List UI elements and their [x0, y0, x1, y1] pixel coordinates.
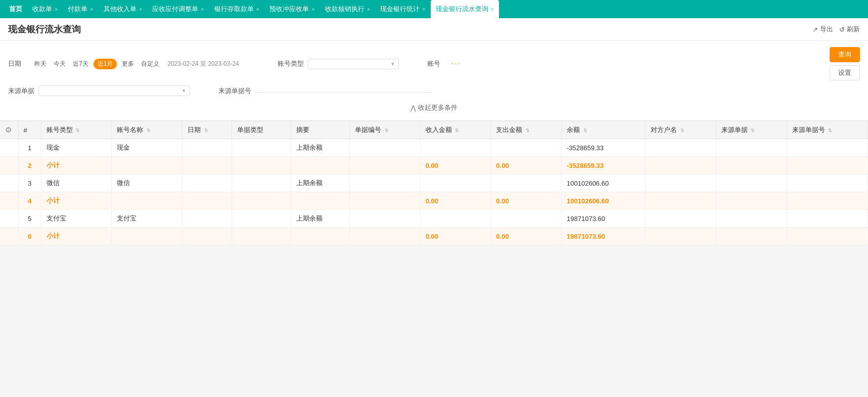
export-label: 导出 — [820, 25, 833, 34]
nav-tab-home[interactable]: 首页 — [4, 0, 27, 18]
refresh-button[interactable]: ↺ 刷新 — [839, 25, 860, 34]
th-expense[interactable]: 支出金额 ⇅ — [491, 121, 562, 139]
date-options: 昨天 今天 近7天 近1月 更多 自定义 — [32, 59, 161, 69]
nav-tab-ar-ap-adjust-close[interactable]: × — [201, 6, 204, 12]
td-num: 4 — [18, 192, 41, 210]
filter-row-2: 来源单据 ▾ 来源单据号 — [8, 85, 860, 96]
nav-tab-cash-bank-stat-label: 现金银行统计 — [380, 5, 420, 14]
td-account-name — [112, 157, 182, 174]
td-expense — [491, 210, 562, 228]
nav-tab-home-label: 首页 — [9, 5, 22, 14]
th-date[interactable]: 日期 ⇅ — [182, 121, 232, 139]
nav-tab-cash-bank-flow-label: 现金银行流水查询 — [436, 5, 488, 14]
date-opt-more[interactable]: 更多 — [120, 59, 136, 69]
td-income — [420, 210, 491, 228]
collapse-button[interactable]: ⋀ 收起更多条件 — [410, 103, 458, 112]
date-opt-today[interactable]: 今天 — [52, 59, 68, 69]
sort-icon-date: ⇅ — [204, 128, 208, 133]
td-account-name: 微信 — [112, 174, 182, 192]
table-row[interactable]: 5支付宝支付宝上期余额19871073.60 — [0, 210, 868, 228]
account-dots-button[interactable]: ··· — [451, 59, 461, 68]
td-summary — [291, 192, 349, 210]
td-source-bill-num — [787, 228, 868, 245]
table-row[interactable]: 6小计0.000.0019871073.60 — [0, 228, 868, 245]
table-row[interactable]: 3微信微信上期余额100102606.60 — [0, 174, 868, 192]
account-type-dropdown-icon: ▾ — [391, 61, 394, 67]
td-expense: 0.00 — [491, 157, 562, 174]
td-counterparty — [646, 210, 716, 228]
nav-tab-bank-deposit-close[interactable]: × — [256, 6, 259, 12]
nav-tab-bank-deposit[interactable]: 银行存取款单 × — [209, 0, 264, 18]
td-source-bill — [716, 228, 787, 245]
td-account-name: 支付宝 — [112, 210, 182, 228]
th-counterparty[interactable]: 对方户名 ⇅ — [646, 121, 716, 139]
nav-tab-receipt-verify-close[interactable]: × — [367, 6, 370, 12]
td-account-type: 支付宝 — [41, 210, 112, 228]
td-date — [182, 174, 232, 192]
date-opt-1month[interactable]: 近1月 — [94, 59, 117, 69]
account-type-filter-group: 账号类型 ▾ — [278, 59, 399, 69]
query-button[interactable]: 查询 — [830, 47, 860, 62]
sort-icon-income: ⇅ — [455, 128, 459, 133]
top-nav: 首页 收款单 × 付款单 × 其他收入单 × 应收应付调整单 × 银行存取款单 … — [0, 0, 868, 18]
nav-tab-cash-bank-flow-close[interactable]: × — [491, 6, 494, 12]
td-bill-type — [232, 174, 291, 192]
th-account-type[interactable]: 账号类型 ⇅ — [41, 121, 112, 139]
nav-tab-receipt[interactable]: 收款单 × — [27, 0, 63, 18]
settings-button[interactable]: 设置 — [830, 65, 860, 80]
th-source-bill[interactable]: 来源单据 ⇅ — [716, 121, 787, 139]
nav-tab-prepaid-close[interactable]: × — [311, 6, 314, 12]
nav-tab-ar-ap-adjust[interactable]: 应收应付调整单 × — [147, 0, 209, 18]
collapse-icon: ⋀ — [410, 104, 416, 112]
td-bill-type — [232, 139, 291, 157]
th-account-name[interactable]: 账号名称 ⇅ — [112, 121, 182, 139]
td-income — [420, 139, 491, 157]
td-gear — [0, 157, 18, 174]
nav-tab-cash-bank-stat[interactable]: 现金银行统计 × — [375, 0, 430, 18]
date-opt-custom[interactable]: 自定义 — [139, 59, 161, 69]
td-date — [182, 139, 232, 157]
nav-tab-cash-bank-flow[interactable]: 现金银行流水查询 × — [431, 0, 499, 18]
td-counterparty — [646, 228, 716, 245]
nav-tab-payment[interactable]: 付款单 × — [63, 0, 98, 18]
td-num: 2 — [18, 157, 41, 174]
filter-row-1: 日期 昨天 今天 近7天 近1月 更多 自定义 2023-02-24 至 202… — [8, 47, 860, 80]
header-actions: ↗ 导出 ↺ 刷新 — [812, 25, 860, 34]
nav-tab-payment-label: 付款单 — [68, 5, 87, 14]
td-account-type: 现金 — [41, 139, 112, 157]
export-button[interactable]: ↗ 导出 — [812, 25, 833, 34]
table-body: 1现金现金上期余额-3528659.332小计0.000.00-3528659.… — [0, 139, 868, 245]
td-expense: 0.00 — [491, 228, 562, 245]
td-counterparty — [646, 192, 716, 210]
th-income[interactable]: 收入金额 ⇅ — [420, 121, 491, 139]
td-source-bill — [716, 139, 787, 157]
nav-tab-cash-bank-stat-close[interactable]: × — [422, 6, 425, 12]
date-opt-yesterday[interactable]: 昨天 — [32, 59, 49, 69]
td-num: 1 — [18, 139, 41, 157]
source-bill-number-input[interactable] — [255, 89, 432, 93]
th-balance[interactable]: 余额 ⇅ — [562, 121, 646, 139]
account-type-select[interactable]: ▾ — [308, 59, 399, 69]
date-opt-7days[interactable]: 近7天 — [71, 59, 90, 69]
source-bill-select[interactable]: ▾ — [38, 85, 190, 96]
td-bill-type — [232, 157, 291, 174]
gear-icon: ⚙ — [5, 125, 12, 134]
th-bill-number[interactable]: 单据编号 ⇅ — [349, 121, 420, 139]
th-source-bill-num[interactable]: 来源单据号 ⇅ — [787, 121, 868, 139]
th-gear[interactable]: ⚙ — [0, 121, 18, 139]
table-row[interactable]: 2小计0.000.00-3528659.33 — [0, 157, 868, 174]
account-filter-group: 账号 ··· — [427, 59, 461, 68]
table-row[interactable]: 1现金现金上期余额-3528659.33 — [0, 139, 868, 157]
date-label: 日期 — [8, 59, 28, 68]
sort-icon-expense: ⇅ — [526, 128, 530, 133]
nav-tab-prepaid[interactable]: 预收冲应收单 × — [264, 0, 319, 18]
nav-tab-receipt-verify[interactable]: 收款核销执行 × — [320, 0, 375, 18]
nav-tab-other-income[interactable]: 其他收入单 × — [99, 0, 147, 18]
data-table: ⚙ # 账号类型 ⇅ 账号名称 ⇅ 日期 ⇅ 单据类型 — [0, 121, 868, 245]
nav-tab-receipt-close[interactable]: × — [55, 6, 58, 12]
nav-tab-other-income-close[interactable]: × — [139, 6, 142, 12]
th-bill-type: 单据类型 — [232, 121, 291, 139]
collapse-row: ⋀ 收起更多条件 — [8, 101, 860, 114]
nav-tab-payment-close[interactable]: × — [90, 6, 93, 12]
table-row[interactable]: 4小计0.000.00100102606.60 — [0, 192, 868, 210]
